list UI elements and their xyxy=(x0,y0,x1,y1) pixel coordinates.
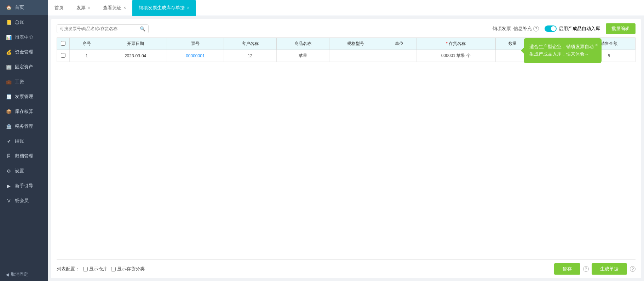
sidebar-item-fund[interactable]: 💰 资金管理 xyxy=(0,45,48,59)
list-config: 列表配置： 显示仓库 显示存货分类 xyxy=(57,266,145,272)
row-date: 2023-03-04 xyxy=(104,50,167,62)
info-help-icon[interactable]: ? xyxy=(533,26,539,31)
ticket-link[interactable]: 00000001 xyxy=(186,53,205,58)
show-inventory-category-checkbox[interactable]: 显示存货分类 xyxy=(111,266,145,272)
tab-home[interactable]: 首页 xyxy=(48,0,70,16)
sidebar: 🏠 首页 📒 总账 📊 报表中心 💰 资金管理 🏢 固定资产 💼 工资 🧾 发票… xyxy=(0,0,48,281)
col-unit: 单位 xyxy=(382,38,416,50)
sidebar-item-close-account[interactable]: ✔ 结账 xyxy=(0,134,48,149)
row-unit xyxy=(382,50,416,62)
sidebar-item-archive[interactable]: 🗄 归档管理 xyxy=(0,149,48,164)
report-icon: 📊 xyxy=(6,34,12,40)
auto-warehouse-toggle[interactable] xyxy=(545,25,557,32)
sidebar-item-tax[interactable]: 🏦 税务管理 xyxy=(0,119,48,134)
sidebar-item-invoice[interactable]: 🧾 发票管理 xyxy=(0,89,48,104)
sidebar-item-member[interactable]: V 畅会员 xyxy=(0,193,48,208)
sidebar-item-ledger[interactable]: 📒 总账 xyxy=(0,15,48,30)
sidebar-item-inventory[interactable]: 📦 库存核算 xyxy=(0,104,48,119)
search-input[interactable] xyxy=(60,26,138,31)
col-inventory-name: * 存货名称 xyxy=(416,38,495,50)
inventory-icon: 📦 xyxy=(6,108,12,115)
settings-icon: ⚙ xyxy=(6,168,12,174)
row-checkbox-cell xyxy=(57,50,70,62)
show-warehouse-checkbox[interactable]: 显示仓库 xyxy=(83,266,108,272)
col-product-name: 商品名称 xyxy=(276,38,329,50)
tab-inventory-doc-close[interactable]: × xyxy=(187,5,189,10)
sidebar-item-salary[interactable]: 💼 工资 xyxy=(0,74,48,89)
topbar: 🔍 销项发票_信息补充 ? 启用产成品自动入库 批量编辑 xyxy=(57,23,636,34)
generate-help-icon[interactable]: ? xyxy=(630,266,636,272)
row-inventory-name: 000001 苹果 个 xyxy=(416,50,495,62)
sidebar-item-report[interactable]: 📊 报表中心 xyxy=(0,30,48,45)
sidebar-pin-toggle[interactable]: ◀ 取消固定 xyxy=(0,268,48,281)
tab-bar: 首页 发票 × 查看凭证 × 销项发票生成库存单据 × xyxy=(48,0,644,16)
sidebar-item-guide[interactable]: ▶ 新手引导 xyxy=(0,178,48,193)
tooltip-close-button[interactable]: × xyxy=(595,41,598,49)
asset-icon: 🏢 xyxy=(6,64,12,70)
col-date: 开票日期 xyxy=(104,38,167,50)
col-customer: 客户名称 xyxy=(224,38,276,50)
batch-edit-button[interactable]: 批量编辑 xyxy=(606,23,636,34)
row-seq: 1 xyxy=(70,50,104,62)
row-checkbox[interactable] xyxy=(61,53,65,58)
tab-invoice[interactable]: 发票 × xyxy=(70,0,97,16)
row-ticket-no: 00000001 xyxy=(167,50,224,62)
sidebar-item-home[interactable]: 🏠 首页 xyxy=(0,0,48,15)
tax-icon: 🏦 xyxy=(6,123,12,130)
required-star: * xyxy=(446,41,448,46)
tab-invoice-close[interactable]: × xyxy=(88,5,90,10)
tab-inventory-doc[interactable]: 销项发票生成库存单据 × xyxy=(132,0,196,16)
row-spec xyxy=(329,50,382,62)
fund-icon: 💰 xyxy=(6,49,12,55)
save-button[interactable]: 暂存 xyxy=(554,263,580,275)
sidebar-item-asset[interactable]: 🏢 固定资产 xyxy=(0,59,48,74)
toggle-area: 启用产成品自动入库 xyxy=(545,25,600,32)
row-customer: 12 xyxy=(224,50,276,62)
data-table-wrap: 序号 开票日期 票号 客户名称 商品名称 规格型号 单位 * 存货名称 数量 税… xyxy=(57,38,636,259)
info-label: 销项发票_信息补充 ? xyxy=(493,25,539,32)
home-icon: 🏠 xyxy=(6,4,12,11)
save-help-icon[interactable]: ? xyxy=(583,266,589,272)
col-spec: 规格型号 xyxy=(329,38,382,50)
pin-icon: ◀ xyxy=(6,272,9,277)
col-ticket-no: 票号 xyxy=(167,38,224,50)
bottom-bar: 列表配置： 显示仓库 显示存货分类 暂存 ? 生成单据 ? xyxy=(57,259,636,278)
select-all-checkbox[interactable] xyxy=(61,41,65,46)
invoice-icon: 🧾 xyxy=(6,93,12,100)
col-seq: 序号 xyxy=(70,38,104,50)
search-icon[interactable]: 🔍 xyxy=(140,26,145,31)
member-icon: V xyxy=(6,197,12,204)
tooltip-popup: × 适合生产型企业，销项发票自动生成产成品入库，快来体验～ xyxy=(524,38,602,63)
guide-icon: ▶ xyxy=(6,183,12,189)
salary-icon: 💼 xyxy=(6,79,12,85)
sidebar-item-settings[interactable]: ⚙ 设置 xyxy=(0,164,48,178)
tab-voucher[interactable]: 查看凭证 × xyxy=(97,0,132,16)
archive-icon: 🗄 xyxy=(6,153,12,159)
ledger-icon: 📒 xyxy=(6,19,12,25)
close-account-icon: ✔ xyxy=(6,138,12,144)
generate-button[interactable]: 生成单据 xyxy=(592,263,627,275)
tab-voucher-close[interactable]: × xyxy=(123,5,126,10)
row-product-name: 苹果 xyxy=(276,50,329,62)
col-checkbox xyxy=(57,38,70,50)
topbar-right: 销项发票_信息补充 ? 启用产成品自动入库 批量编辑 xyxy=(493,23,636,34)
bottom-actions: 暂存 ? 生成单据 ? xyxy=(554,263,636,275)
search-box[interactable]: 🔍 xyxy=(57,24,149,33)
